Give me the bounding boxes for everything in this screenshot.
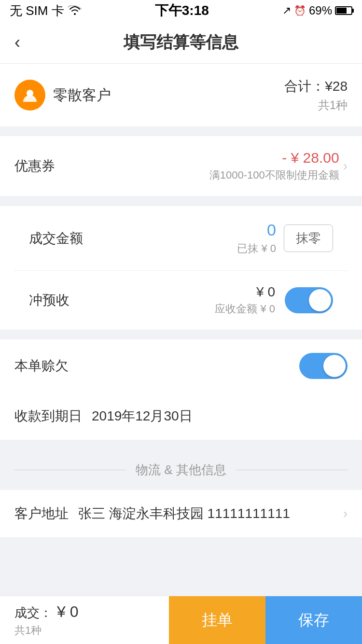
preadvance-right: ¥ 0 应收金额 ¥ 0	[215, 284, 333, 316]
due-date-label: 收款到期日	[14, 407, 82, 425]
bottom-bar: 成交： ¥ 0 共1种 挂单 保存	[0, 596, 362, 644]
coupon-row[interactable]: 优惠券 - ¥ 28.00 满1000-100不限制使用金额 ›	[0, 136, 362, 196]
coupon-desc: 满1000-100不限制使用金额	[209, 168, 339, 182]
total-amount: 合计：¥28	[284, 77, 348, 96]
bottom-summary: 成交： ¥ 0 共1种	[0, 603, 169, 638]
header-line-left	[14, 470, 126, 470]
debt-label: 本单赊欠	[14, 357, 69, 375]
deal-deducted: 已抹 ¥ 0	[237, 241, 276, 256]
deal-amount-value: 0	[237, 221, 276, 239]
preadvance-toggle[interactable]	[285, 287, 333, 313]
hang-button[interactable]: 挂单	[169, 596, 265, 644]
logistics-header: 物流 & 其他信息	[0, 450, 362, 490]
customer-name: 零散客户	[53, 85, 111, 105]
alarm-icon: ⏰	[294, 5, 306, 16]
due-date-row: 收款到期日 2019年12月30日	[0, 392, 362, 440]
debt-toggle-knob	[323, 355, 346, 377]
coupon-label: 优惠券	[14, 157, 55, 175]
debt-toggle[interactable]	[299, 353, 348, 379]
coupon-amount: - ¥ 28.00	[209, 150, 339, 166]
coupon-chevron-icon: ›	[343, 158, 348, 174]
bottom-count: 共1种	[14, 623, 154, 638]
carrier-label: 无 SIM 卡	[10, 2, 64, 19]
address-row[interactable]: 客户地址 张三 海淀永丰科技园 11111111111 ›	[0, 490, 362, 537]
customer-total: 合计：¥28 共1种	[284, 77, 348, 113]
save-button[interactable]: 保存	[265, 596, 362, 644]
address-value: 张三 海淀永丰科技园 11111111111	[78, 504, 290, 523]
back-button[interactable]: ‹	[14, 32, 20, 53]
preadvance-label: 冲预收	[29, 291, 70, 309]
deal-amount-label: 成交金额	[29, 229, 83, 248]
customer-row: 零散客户 合计：¥28 共1种	[0, 64, 362, 126]
address-label: 客户地址	[14, 504, 69, 523]
nav-title: 填写结算等信息	[124, 31, 238, 54]
battery-percent: 69%	[309, 4, 332, 17]
divider-3	[0, 330, 362, 339]
battery-icon	[335, 6, 352, 15]
deal-amount-row: 成交金额 0 已抹 ¥ 0 抹零	[14, 206, 348, 271]
header-line-right	[236, 470, 348, 470]
preadvance-values: ¥ 0 应收金额 ¥ 0	[215, 284, 275, 316]
toggle-knob	[309, 289, 331, 311]
status-time: 下午3:18	[155, 1, 209, 20]
customer-avatar	[14, 80, 45, 111]
total-count: 共1种	[284, 98, 348, 113]
coupon-info: - ¥ 28.00 满1000-100不限制使用金额	[209, 150, 339, 182]
address-left: 客户地址 张三 海淀永丰科技园 11111111111	[14, 504, 290, 523]
status-right: ↗ ⏰ 69%	[282, 4, 352, 17]
status-left: 无 SIM 卡	[10, 2, 82, 19]
bottom-deal-label: 成交：	[14, 604, 52, 621]
bottom-deal-amount: ¥ 0	[57, 603, 78, 621]
status-bar: 无 SIM 卡 下午3:18 ↗ ⏰ 69%	[0, 0, 362, 21]
due-date-value: 2019年12月30日	[92, 407, 193, 425]
divider-2	[0, 196, 362, 206]
divider-1	[0, 126, 362, 136]
divider-4	[0, 440, 362, 450]
deal-amount-values: 0 已抹 ¥ 0	[237, 221, 276, 256]
deal-amount-right: 0 已抹 ¥ 0 抹零	[237, 221, 333, 256]
bottom-deal: 成交： ¥ 0	[14, 603, 154, 621]
location-icon: ↗	[282, 4, 291, 17]
nav-bar: ‹ 填写结算等信息	[0, 21, 362, 64]
coupon-right: - ¥ 28.00 满1000-100不限制使用金额 ›	[209, 150, 348, 182]
round-zero-button[interactable]: 抹零	[284, 224, 333, 252]
debt-row: 本单赊欠	[0, 339, 362, 392]
customer-left: 零散客户	[14, 80, 111, 111]
preadvance-row: 冲预收 ¥ 0 应收金额 ¥ 0	[14, 271, 348, 330]
main-content: 零散客户 合计：¥28 共1种 优惠券 - ¥ 28.00 满1000-100不…	[0, 64, 362, 644]
preadvance-value: ¥ 0	[215, 284, 275, 300]
logistics-label: 物流 & 其他信息	[136, 462, 226, 478]
address-chevron-icon: ›	[343, 506, 348, 521]
wifi-icon	[68, 3, 82, 18]
deal-section: 成交金额 0 已抹 ¥ 0 抹零 冲预收 ¥ 0 应收金额 ¥ 0	[0, 206, 362, 330]
preadvance-sub: 应收金额 ¥ 0	[215, 302, 275, 316]
